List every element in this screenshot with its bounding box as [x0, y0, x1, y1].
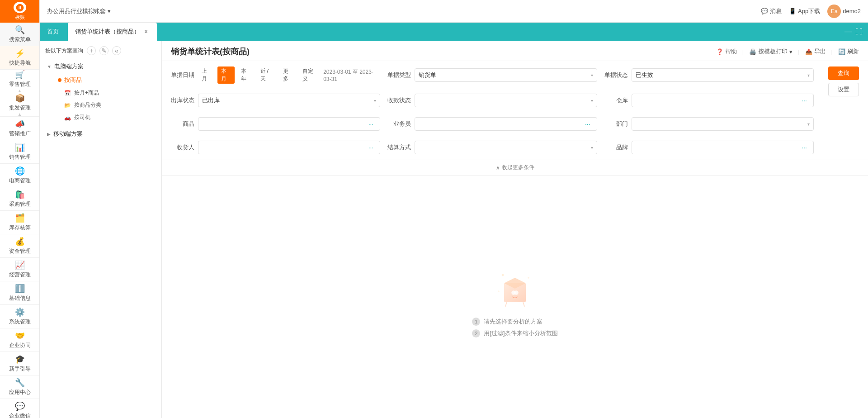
product-ellipsis-icon[interactable]: ···: [366, 119, 377, 128]
refresh-label: 刷新: [847, 48, 859, 56]
department-label: 部门: [604, 120, 628, 128]
filter-row-3: 商品 ··· 业务员 ···: [171, 117, 814, 131]
system-icon: ⚙️: [15, 307, 25, 317]
export-button[interactable]: 📤 导出: [805, 48, 826, 56]
sidebar-item-apps[interactable]: 🔧 应用中心: [0, 375, 39, 399]
outstatus-label: 出库状态: [171, 96, 194, 104]
app-download-button[interactable]: 📱 App下载: [789, 7, 820, 15]
salesperson-input[interactable]: ···: [415, 117, 597, 131]
sidebar-item-search[interactable]: 🔍 搜索菜单: [0, 23, 39, 46]
sidebar-item-retail[interactable]: 🛒 零售管理 ▲: [0, 70, 39, 93]
product-input[interactable]: ···: [198, 117, 380, 131]
date-tab-thisyear[interactable]: 本年: [237, 66, 254, 84]
outstatus-value: 已出库: [202, 96, 220, 104]
filter-row-2: 出库状态 已出库 ▾ 收款状态 ▾: [171, 94, 814, 107]
app-download-icon: 📱: [789, 8, 796, 14]
brand-label: 品牌: [604, 143, 628, 152]
sidebar-item-basic-label: 基础信息: [9, 294, 31, 302]
scheme-group-mobile-title[interactable]: ▶ 移动端方案: [43, 127, 158, 141]
add-scheme-button[interactable]: +: [87, 46, 96, 55]
tab-maximize-button[interactable]: ⛶: [855, 28, 863, 36]
scheme-sub-product-category[interactable]: 📂 按商品分类: [43, 99, 158, 111]
tab-minimize-button[interactable]: —: [844, 28, 852, 36]
warehouse-ellipsis-icon[interactable]: ···: [799, 96, 810, 105]
scheme-sub-month-product[interactable]: 📅 按月+商品: [43, 87, 158, 99]
help-label: 帮助: [725, 48, 737, 56]
user-name: demo2: [843, 8, 861, 14]
tab-home[interactable]: 首页: [40, 23, 66, 41]
tab-report[interactable]: 销货单统计表（按商品） ×: [68, 23, 157, 41]
sidebar-item-sales-label: 销售管理: [9, 153, 31, 161]
filter-settlement-field: 结算方式 ▾: [387, 141, 597, 154]
collapse-panel-button[interactable]: «: [112, 46, 121, 55]
sidebar-item-wholesale[interactable]: 📦 批发管理 ▲: [0, 93, 39, 117]
salesperson-ellipsis-icon[interactable]: ···: [582, 119, 593, 128]
print-button[interactable]: 🖨️ 按模板打印 ▾: [749, 48, 793, 56]
date-tab-7days[interactable]: 近7天: [257, 66, 276, 84]
sidebar-item-inventory[interactable]: 🗂️ 库存核算: [0, 211, 39, 234]
sidebar-item-basic[interactable]: ℹ️ 基础信息: [0, 281, 39, 305]
doctype-select[interactable]: 销货单 ▾: [415, 68, 597, 82]
retail-arrow: ▲: [18, 88, 22, 93]
sidebar-item-sales[interactable]: 📊 销售管理: [0, 140, 39, 164]
sidebar-item-system[interactable]: ⚙️ 系统管理: [0, 305, 39, 328]
scheme-group-pc-title[interactable]: ▼ 电脑端方案: [43, 60, 158, 73]
page-actions: ❓ 帮助 | 🖨️ 按模板打印 ▾ | 📤 导出 |: [716, 48, 859, 56]
filter-salesperson-field: 业务员 ···: [387, 117, 597, 131]
brand-ellipsis-icon[interactable]: ···: [799, 143, 810, 152]
filter-collection-field: 收款状态 ▾: [387, 94, 597, 107]
sidebar-item-quicknav[interactable]: ⚡ 快捷导航: [0, 46, 39, 70]
collapse-bar[interactable]: ∧ 收起更多条件: [162, 160, 868, 176]
sidebar-item-finance[interactable]: 💰 资金管理: [0, 234, 39, 258]
refresh-button[interactable]: 🔄 刷新: [838, 48, 859, 56]
filter-department-field: 部门 ▾: [604, 117, 814, 131]
department-select[interactable]: ▾: [632, 117, 814, 131]
docstatus-select[interactable]: 已生效 ▾: [632, 68, 814, 82]
sidebar-item-marketing[interactable]: 📣 营销推广: [0, 117, 39, 140]
sidebar-item-enterprise-label: 企业协同: [9, 342, 31, 349]
collapse-up-icon: ∧: [496, 165, 500, 171]
sidebar-item-ecommerce[interactable]: 🌐 电商管理: [0, 164, 39, 187]
filter-outstatus-field: 出库状态 已出库 ▾: [171, 94, 380, 107]
sidebar-item-enterprise[interactable]: 🤝 企业协同: [0, 328, 39, 352]
tab-close-button[interactable]: ×: [142, 28, 150, 35]
scheme-item-by-product[interactable]: 按商品: [43, 73, 158, 87]
sidebar-item-wechat[interactable]: 💬 企业微信: [0, 399, 39, 418]
sidebar-item-guide[interactable]: 🎓 新手引导: [0, 352, 39, 375]
collapse-label: 收起更多条件: [502, 164, 534, 171]
sidebar-item-retail-label: 零售管理: [9, 81, 31, 88]
help-button[interactable]: ❓ 帮助: [716, 48, 737, 56]
receiver-input[interactable]: ···: [198, 141, 380, 154]
apps-icon: 🔧: [15, 378, 25, 388]
page-header: 销货单统计表(按商品) ❓ 帮助 | 🖨️ 按模板打印 ▾ | 📤: [162, 41, 868, 61]
edit-scheme-button[interactable]: ✎: [99, 46, 108, 55]
collection-arrow-icon: ▾: [591, 98, 593, 103]
query-button[interactable]: 查询: [828, 66, 859, 80]
warehouse-input[interactable]: ···: [632, 94, 814, 107]
message-button[interactable]: 💬 消息: [761, 7, 782, 15]
scheme-sub-cashier[interactable]: 🚗 按司机: [43, 111, 158, 124]
date-tab-custom[interactable]: 自定义: [299, 66, 321, 84]
brand-input[interactable]: ···: [632, 141, 814, 154]
date-tab-lastmonth[interactable]: 上月: [198, 66, 215, 84]
tip-num-2: 2: [472, 329, 480, 337]
account-selector[interactable]: 办公用品行业模拟账套 ▾: [47, 7, 111, 15]
settings-button[interactable]: 设置: [828, 83, 859, 96]
collection-select[interactable]: ▾: [415, 94, 597, 107]
receiver-ellipsis-icon[interactable]: ···: [366, 143, 377, 152]
user-profile[interactable]: Ea demo2: [827, 5, 861, 18]
sidebar-item-guide-label: 新手引导: [9, 365, 31, 373]
settlement-select[interactable]: ▾: [415, 141, 597, 154]
outstatus-select[interactable]: 已出库 ▾: [198, 94, 380, 107]
export-icon: 📤: [805, 48, 812, 55]
divider-3: |: [831, 48, 833, 55]
logo-text: 标账: [15, 14, 25, 21]
sidebar: 标账 🔍 搜索菜单 ⚡ 快捷导航 🛒 零售管理 ▲ 📦 批发管理 ▲ 📣 营销推…: [0, 0, 40, 418]
sidebar-item-purchase[interactable]: 🛍️ 采购管理: [0, 187, 39, 211]
date-tab-thismonth[interactable]: 本月: [217, 66, 234, 84]
panel-header-label: 按以下方案查询: [45, 47, 83, 55]
sidebar-item-operations[interactable]: 📈 经营管理: [0, 258, 39, 281]
sidebar-item-marketing-label: 营销推广: [9, 130, 31, 138]
date-tab-more[interactable]: 更多: [279, 66, 296, 84]
tip-num-1: 1: [472, 318, 480, 326]
